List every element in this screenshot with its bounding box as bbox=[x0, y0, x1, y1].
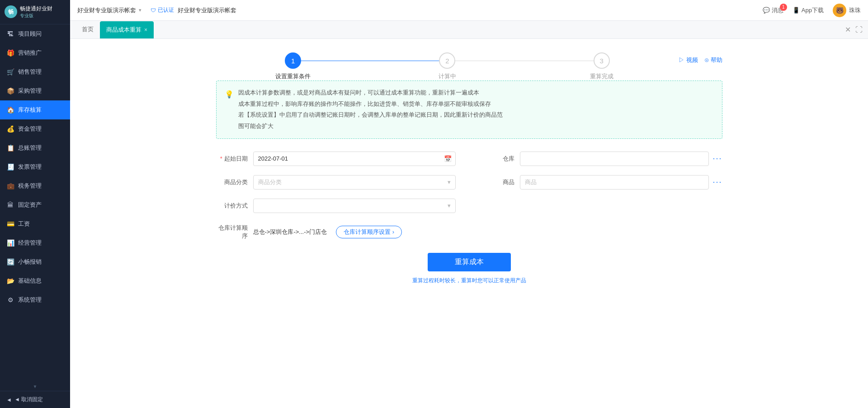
step-1-circle: 1 bbox=[285, 52, 301, 69]
salary-icon: 💳 bbox=[6, 220, 14, 228]
help-link[interactable]: ⊙ 帮助 bbox=[704, 56, 722, 64]
top-bar-right: 💬 消息 1 📱 App下载 🐻 珠珠 bbox=[763, 4, 861, 17]
step-2-circle: 2 bbox=[439, 52, 455, 69]
sidebar-nav: 🏗项目顾问🎁营销推广🛒销售管理📦采购管理🏠库存核算💰资金管理📋总账管理🧾发票管理… bbox=[0, 24, 70, 382]
category-select[interactable]: 商品分类 ▾ bbox=[253, 175, 456, 190]
price-method-label: 计价方式 bbox=[216, 202, 248, 210]
inventory-icon: 🏠 bbox=[6, 106, 14, 114]
goods-dots-btn[interactable]: ··· bbox=[712, 177, 722, 187]
dropdown-chevron-icon: ▾ bbox=[448, 179, 451, 185]
sidebar: 畅 畅捷通好业财 专业版 🏗项目顾问🎁营销推广🛒销售管理📦采购管理🏠库存核算💰资… bbox=[0, 0, 70, 408]
top-bar: 好业财专业版演示帐套 ▾ 🛡 已认证 好业财专业版演示帐套 💬 消息 1 📱 A… bbox=[70, 0, 868, 21]
account-selector[interactable]: 好业财专业版演示帐套 ▾ bbox=[77, 6, 142, 14]
price-method-row: 计价方式 ▾ bbox=[216, 199, 456, 213]
sidebar-item-sales[interactable]: 🛒销售管理 bbox=[0, 62, 70, 81]
step-2: 2 计算中 bbox=[370, 52, 524, 81]
warehouse-order-label: 仓库计算顺序 bbox=[216, 224, 248, 240]
start-date-label: 起始日期 bbox=[216, 155, 248, 163]
steps-helper: ▷ 视频 ⊙ 帮助 bbox=[679, 52, 722, 64]
sidebar-logo: 畅 畅捷通好业财 专业版 bbox=[0, 0, 70, 24]
goods-label: 商品 bbox=[483, 178, 514, 186]
accounting-icon: 📋 bbox=[6, 144, 14, 152]
start-date-row: 起始日期 2022-07-01 📅 bbox=[216, 152, 456, 166]
tab-cost-recalc[interactable]: 商品成本重算 × bbox=[100, 21, 154, 38]
project-icon: 🏗 bbox=[6, 30, 14, 38]
warehouse-order-settings-button[interactable]: 仓库计算顺序设置 › bbox=[336, 226, 402, 238]
sidebar-item-invoice[interactable]: 🧾发票管理 bbox=[0, 157, 70, 176]
warehouse-dots-btn[interactable]: ··· bbox=[712, 154, 722, 163]
recalc-hint: 重算过程耗时较长，重算时您可以正常使用产品 bbox=[412, 277, 526, 285]
sales-icon: 🛒 bbox=[6, 68, 14, 76]
dropdown-icon: ▾ bbox=[139, 7, 142, 13]
recalc-button[interactable]: 重算成本 bbox=[428, 253, 511, 271]
sidebar-item-accounting[interactable]: 📋总账管理 bbox=[0, 138, 70, 157]
price-method-select[interactable]: ▾ bbox=[253, 199, 456, 213]
verified-badge: 🛡 已认证 bbox=[151, 6, 174, 14]
logo-text: 畅捷通好业财 专业版 bbox=[20, 5, 52, 19]
avatar: 🐻 bbox=[833, 4, 846, 17]
steps-container: 1 设置重算条件 2 计算中 3 bbox=[216, 52, 679, 81]
user-avatar-button[interactable]: 🐻 珠珠 bbox=[833, 4, 861, 17]
basic-icon: 📂 bbox=[6, 277, 14, 285]
main-area: 好业财专业版演示帐套 ▾ 🛡 已认证 好业财专业版演示帐套 💬 消息 1 📱 A… bbox=[70, 0, 868, 408]
form-grid: 起始日期 2022-07-01 📅 仓库 ··· bbox=[216, 152, 722, 213]
warehouse-order-value: 总仓->深圳仓库->...->门店仓 bbox=[253, 228, 327, 236]
price-chevron-icon: ▾ bbox=[448, 202, 451, 209]
tab-bar-actions: ✕ ⛶ bbox=[845, 25, 863, 34]
warehouse-row: 仓库 ··· bbox=[483, 152, 722, 166]
warehouse-order-row: 仓库计算顺序 总仓->深圳仓库->...->门店仓 仓库计算顺序设置 › bbox=[216, 224, 722, 240]
phone-icon: 📱 bbox=[793, 7, 800, 14]
recalc-section: 重算成本 重算过程耗时较长，重算时您可以正常使用产品 bbox=[216, 253, 722, 285]
start-date-input[interactable]: 2022-07-01 📅 bbox=[253, 152, 456, 166]
sidebar-item-salary[interactable]: 💳工资 bbox=[0, 214, 70, 233]
tax-icon: 💼 bbox=[6, 182, 14, 190]
info-box: 💡 因成本计算参数调整，或是对商品成本有疑问时，可以通过成本重算功能，重新计算一… bbox=[216, 81, 722, 139]
sidebar-item-basic[interactable]: 📂基础信息 bbox=[0, 271, 70, 290]
bulb-icon: 💡 bbox=[225, 88, 234, 132]
content-inner: 1 设置重算条件 2 计算中 3 bbox=[198, 39, 741, 298]
system-icon: ⚙ bbox=[6, 296, 14, 304]
unpin-icon: ◄ bbox=[6, 397, 12, 403]
marketing-icon: 🎁 bbox=[6, 49, 14, 57]
maximize-icon[interactable]: ⛶ bbox=[855, 26, 863, 34]
steps-row: 1 设置重算条件 2 计算中 3 bbox=[216, 52, 722, 81]
category-row: 商品分类 商品分类 ▾ bbox=[216, 175, 456, 190]
goods-row: 商品 商品 ··· bbox=[483, 175, 722, 190]
calendar-icon: 📅 bbox=[444, 155, 452, 162]
tab-bar: 首页 商品成本重算 × ✕ ⛶ bbox=[70, 21, 868, 39]
tab-home[interactable]: 首页 bbox=[75, 21, 100, 39]
sidebar-item-assets[interactable]: 🏛固定资产 bbox=[0, 195, 70, 214]
content-area: 1 设置重算条件 2 计算中 3 bbox=[70, 39, 868, 408]
step-3-circle: 3 bbox=[594, 52, 610, 69]
warehouse-label: 仓库 bbox=[483, 155, 514, 163]
scroll-indicator: ▼ bbox=[0, 382, 70, 391]
close-window-icon[interactable]: ✕ bbox=[845, 25, 851, 34]
sidebar-item-operation[interactable]: 📊经营管理 bbox=[0, 233, 70, 252]
sidebar-item-finance[interactable]: 💰资金管理 bbox=[0, 119, 70, 138]
goods-select[interactable]: 商品 bbox=[520, 175, 709, 190]
sidebar-item-expense[interactable]: 🔄小畅报销 bbox=[0, 252, 70, 271]
sidebar-item-system[interactable]: ⚙系统管理 bbox=[0, 290, 70, 309]
sidebar-unpin-button[interactable]: ◄ ◄ 取消固定 bbox=[0, 391, 70, 408]
warehouse-select[interactable] bbox=[520, 152, 709, 166]
assets-icon: 🏛 bbox=[6, 201, 14, 209]
step-3: 3 重算完成 bbox=[524, 52, 679, 81]
sidebar-item-inventory[interactable]: 🏠库存核算 bbox=[0, 100, 70, 119]
step-1: 1 设置重算条件 bbox=[216, 52, 370, 81]
info-text: 因成本计算参数调整，或是对商品成本有疑问时，可以通过成本重算功能，重新计算一遍成… bbox=[238, 87, 503, 132]
sidebar-item-purchase[interactable]: 📦采购管理 bbox=[0, 81, 70, 100]
tab-close-icon[interactable]: × bbox=[144, 27, 147, 33]
app-download-button[interactable]: 📱 App下载 bbox=[793, 6, 824, 14]
sidebar-item-tax[interactable]: 💼税务管理 bbox=[0, 176, 70, 195]
finance-icon: 💰 bbox=[6, 125, 14, 133]
expense-icon: 🔄 bbox=[6, 258, 14, 266]
category-label: 商品分类 bbox=[216, 178, 248, 186]
sidebar-item-project[interactable]: 🏗项目顾问 bbox=[0, 24, 70, 43]
shield-icon: 🛡 bbox=[151, 7, 156, 14]
message-icon: 💬 bbox=[763, 7, 770, 14]
video-link[interactable]: ▷ 视频 bbox=[679, 56, 698, 64]
invoice-icon: 🧾 bbox=[6, 163, 14, 171]
messages-button[interactable]: 💬 消息 1 bbox=[763, 6, 783, 14]
sidebar-item-marketing[interactable]: 🎁营销推广 bbox=[0, 43, 70, 62]
operation-icon: 📊 bbox=[6, 239, 14, 247]
